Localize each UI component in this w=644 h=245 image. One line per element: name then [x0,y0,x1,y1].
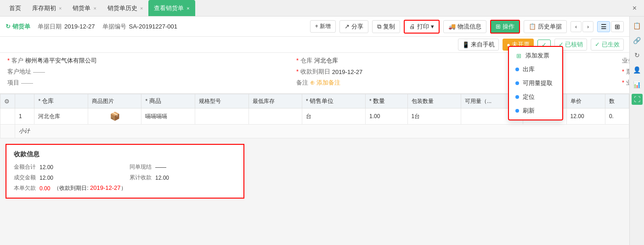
operations-dropdown: ⊞ 添加发票 出库 可用量提取 定位 刷新 [508,46,563,120]
sidebar-refresh-button[interactable]: ↻ [632,50,643,61]
from-phone-button[interactable]: 📱 来自手机 [458,39,499,51]
row-product: 嗝嗝嗝嗝 [141,108,195,125]
view-toggle: ☰ ⊞ [597,21,624,32]
tab-sales-order[interactable]: 销货单 × [67,0,102,16]
transaction-amount-label: 成交金额 [14,174,36,182]
blue-dot-icon [515,68,519,71]
locate-item[interactable]: 定位 [509,90,562,104]
outbound-item[interactable]: 出库 [509,63,562,76]
spec-col-header: 规格型号 [195,94,249,108]
tab-inventory-init[interactable]: 库存期初 × [27,0,67,16]
transaction-amount-value: 12.00 [40,175,53,181]
copy-button[interactable]: ⧉ 复制 [372,20,400,33]
total-amount-row: 金额合计 12.00 [14,163,120,171]
tab-view-sales[interactable]: 查看销货单 × [148,0,195,16]
tab-bar: 首页 库存期初 × 销货单 × 销货单历史 × 查看销货单 × × [0,0,644,17]
close-inventory-init-tab[interactable]: × [59,6,62,11]
same-order-settlement-row: 同单现结 —— [130,163,236,171]
quantity-col-header: * 数量 [366,94,407,108]
project-label: 项目 [7,79,19,87]
arrears-date: 2019-12-27 [90,184,121,191]
logistics-button[interactable]: 🚚 物流信息 [443,20,486,33]
customer-cell: 客户 柳州粤港平安气体有限公司 [7,57,296,65]
prev-button[interactable]: ‹ [571,21,582,32]
grid-icon: ⊞ [515,52,522,59]
warehouse-value: 河北仓库 [314,57,338,65]
pack-qty-col-header: 包装数量 [407,94,461,108]
nav-arrows: ‹ › [571,21,593,32]
operations-button[interactable]: ⊞ 操作 [490,20,520,34]
share-icon: ↗ [345,23,350,30]
sidebar-user-button[interactable]: 👤 [632,64,643,75]
accumulated-payment-label: 累计收款 [130,174,152,182]
gear-icon[interactable]: ⚙ [4,98,10,105]
address-value: —— [33,68,45,75]
row-spec [195,108,249,125]
share-button[interactable]: ↗ 分享 [339,20,368,33]
project-cell: 项目 —— [7,79,296,87]
row-sales-unit: 台 [302,108,366,125]
arrears-value: 0.00 [40,185,50,192]
add-note-button[interactable]: ⊕ 添加备注 [310,79,340,87]
blue-dot-icon-3 [515,95,519,99]
total-amount-label: 金额合计 [14,163,36,171]
quantity-fetch-item[interactable]: 可用量提取 [509,76,562,90]
product-col-header: * 商品 [141,94,195,108]
phone-icon: 📱 [462,41,469,48]
sidebar-link-button[interactable]: 🔗 [632,35,643,46]
sales-unit-col-header: * 销售单位 [302,94,366,108]
refresh-item[interactable]: 刷新 [509,104,562,118]
right-sidebar: 📋 🔗 ↻ 👤 📊 ⛶ [629,17,644,245]
same-order-settlement-label: 同单现结 [130,163,152,171]
due-date-value: 2019-12-27 [332,68,363,75]
next-button[interactable]: › [582,21,593,32]
add-icon: ⊕ [310,79,315,86]
add-invoice-item[interactable]: ⊞ 添加发票 [509,49,562,63]
address-cell: 客户地址 —— [7,68,296,76]
toolbar-actions: + 新增 ↗ 分享 ⧉ 复制 🖨 打印 ▾ 🚚 物流信息 [310,20,624,34]
status-effective-button[interactable]: ✓ 已生效 [591,39,624,51]
subtotal-label: 小计 [15,125,629,138]
operations-icon: ⊞ [496,23,501,30]
row-warehouse: 河北仓库 [34,108,88,125]
no-col-header [15,94,34,108]
unit-price-col-header: 单价 [566,94,605,108]
sidebar-chart-button[interactable]: 📊 [632,79,643,90]
amount-col-header: 数 [605,94,629,108]
payment-title: 收款信息 [14,150,236,159]
toolbar: ↻ 销货单 单据日期 2019-12-27 单据编号 SA-20191227-0… [0,17,629,37]
history-button[interactable]: 📋 历史单据 [524,20,567,33]
row-unit-price: 12.00 [566,108,605,125]
row-settings [0,108,15,125]
sidebar-notes-button[interactable]: 📋 [632,20,643,31]
transaction-amount-row: 成交金额 12.00 [14,174,120,182]
payment-box: 收款信息 金额合计 12.00 同单现结 —— 成交金额 12.00 [6,144,244,199]
doc-number-field: 单据编号 SA-20191227-001 [102,23,178,31]
doc-title-area: ↻ 销货单 单据日期 2019-12-27 单据编号 SA-20191227-0… [6,23,177,31]
doc-date-field: 单据日期 2019-12-27 [38,23,95,31]
close-sales-order-tab[interactable]: × [93,6,96,11]
new-button[interactable]: + 新增 [310,20,336,33]
print-dropdown-icon: ▾ [431,23,434,30]
close-sales-history-tab[interactable]: × [140,6,143,11]
print-button[interactable]: 🖨 打印 ▾ [404,20,440,34]
tab-sales-history[interactable]: 销货单历史 × [102,0,148,16]
blue-dot-icon-2 [515,81,519,85]
history-icon: 📋 [529,23,536,30]
note-label: 备注 [296,79,308,87]
accumulated-payment-row: 累计收款 12.00 [130,174,236,182]
total-amount-value: 12.00 [40,164,53,171]
close-view-sales-tab[interactable]: × [186,6,189,11]
min-stock-col-header: 最低库存 [249,94,302,108]
address-label: 客户地址 [7,68,31,76]
list-view-button[interactable]: ☰ [597,21,610,32]
grid-view-button[interactable]: ⊞ [611,21,624,32]
row-pack-qty: 1台 [407,108,461,125]
row-no: 1 [15,108,34,125]
sidebar-expand-button[interactable]: ⛶ [632,94,643,105]
tab-home[interactable]: 首页 [4,0,27,16]
project-value: —— [21,80,33,86]
customer-label: 客户 [7,57,23,65]
row-product-img: 📦 [88,108,141,125]
close-window-button[interactable]: × [629,4,640,12]
